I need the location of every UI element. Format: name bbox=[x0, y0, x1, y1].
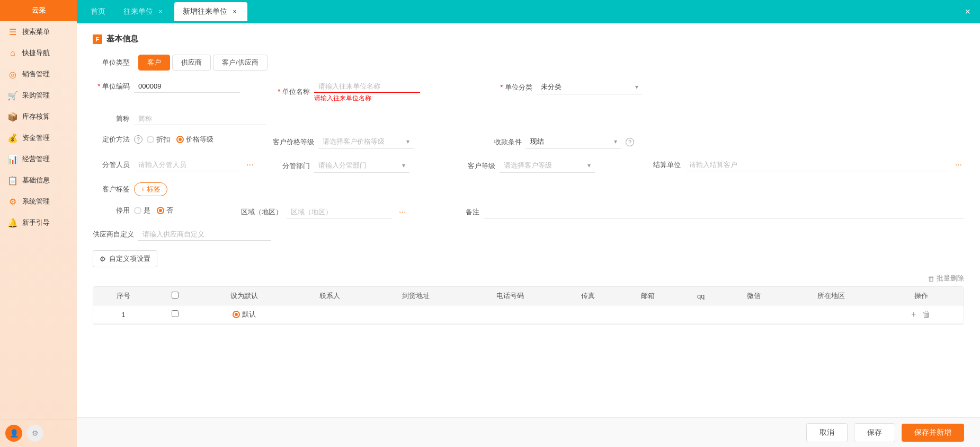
tab-home[interactable]: 首页 bbox=[82, 2, 114, 21]
row-default-label: 默认 bbox=[242, 310, 256, 319]
settlement-input[interactable] bbox=[685, 159, 949, 171]
type-btn-both[interactable]: 客户/供应商 bbox=[213, 55, 268, 71]
payment-terms-help-icon[interactable]: ? bbox=[626, 138, 634, 146]
add-tag-button[interactable]: + 标签 bbox=[134, 182, 167, 196]
sidebar-item-search[interactable]: ☰ 搜索菜单 bbox=[0, 21, 77, 42]
department-select[interactable]: 请输入分管部门 ▾ bbox=[314, 159, 409, 173]
save-new-button[interactable]: 保存并新增 bbox=[902, 424, 964, 442]
manager-group: 分管人员 ··· bbox=[93, 159, 273, 171]
customer-level-select[interactable]: 请选择客户等级 ▾ bbox=[500, 159, 595, 173]
sidebar-item-quick-nav[interactable]: ⌂ 快捷导航 bbox=[0, 42, 77, 64]
supplier-custom-input[interactable] bbox=[138, 228, 271, 241]
pricing-discount-option[interactable]: 折扣 bbox=[147, 135, 170, 144]
section-icon: F bbox=[93, 34, 102, 44]
payment-terms-label: 收款条件 bbox=[485, 137, 522, 147]
pricing-level-option[interactable]: 价格等级 bbox=[176, 135, 213, 144]
disable-yes-option[interactable]: 是 bbox=[134, 206, 150, 215]
unit-type-row: 单位类型 客户 供应商 客户/供应商 bbox=[93, 55, 964, 71]
th-wechat: 微信 bbox=[724, 287, 784, 305]
sidebar-item-finance[interactable]: 💰 资金管理 bbox=[0, 127, 77, 148]
disable-no-label: 否 bbox=[166, 206, 173, 215]
notes-label: 备注 bbox=[442, 207, 479, 217]
row-address bbox=[369, 305, 463, 324]
row-wechat bbox=[724, 305, 784, 324]
disable-label: 停用 bbox=[93, 206, 130, 215]
basic-icon: 📋 bbox=[7, 175, 18, 186]
sidebar-item-guide[interactable]: 🔔 新手引导 bbox=[0, 212, 77, 233]
sidebar-settings-icon[interactable]: ⚙ bbox=[26, 425, 43, 442]
supplier-custom-row: 供应商自定义 bbox=[93, 228, 964, 241]
supplier-custom-group: 供应商自定义 bbox=[93, 228, 964, 241]
row-delete-button[interactable]: 🗑 bbox=[920, 310, 933, 319]
sidebar-item-label: 基础信息 bbox=[22, 176, 50, 185]
gear-icon: ⚙ bbox=[100, 255, 106, 263]
system-icon: ⚙ bbox=[7, 196, 18, 207]
payment-terms-value: 现结 bbox=[530, 137, 612, 146]
row-default-cell: 默认 bbox=[197, 305, 291, 324]
content-area: F 基本信息 单位类型 客户 供应商 客户/供应商 单位编码 单位名称 bbox=[77, 23, 980, 417]
row-checkbox[interactable] bbox=[172, 310, 179, 317]
bottom-bar: 取消 保存 保存并新增 bbox=[77, 417, 980, 447]
sidebar-item-inventory[interactable]: 📦 库存核算 bbox=[0, 106, 77, 127]
disable-yes-label: 是 bbox=[144, 206, 150, 215]
row-fax bbox=[558, 305, 618, 324]
cancel-button[interactable]: 取消 bbox=[806, 423, 848, 442]
batch-delete-icon: 🗑 bbox=[928, 275, 934, 283]
sidebar-item-system[interactable]: ⚙ 系统管理 bbox=[0, 191, 77, 212]
purchase-icon: 🛒 bbox=[7, 90, 18, 101]
main-area: 首页 往来单位 × 新增往来单位 × × F 基本信息 单位类型 客户 供应商 bbox=[77, 0, 980, 447]
tags-label: 客户标签 bbox=[93, 185, 130, 194]
sidebar-item-purchase[interactable]: 🛒 采购管理 bbox=[0, 85, 77, 106]
save-button[interactable]: 保存 bbox=[854, 423, 895, 442]
th-checkbox bbox=[154, 287, 197, 305]
home-icon: ⌂ bbox=[7, 48, 18, 58]
disable-no-radio bbox=[157, 207, 164, 214]
table-row: 1 默认 bbox=[93, 305, 964, 324]
payment-terms-select[interactable]: 现结 ▾ bbox=[526, 135, 621, 149]
th-phone: 电话号码 bbox=[463, 287, 557, 305]
disable-no-option[interactable]: 否 bbox=[157, 206, 173, 215]
search-icon: ☰ bbox=[7, 27, 18, 37]
sidebar-item-label: 库存核算 bbox=[22, 112, 50, 121]
abbreviation-input[interactable] bbox=[134, 112, 266, 125]
unit-type-label: 单位类型 bbox=[93, 58, 130, 67]
custom-settings-button[interactable]: ⚙ 自定义项设置 bbox=[93, 250, 157, 267]
unit-code-label: 单位编码 bbox=[93, 82, 130, 91]
region-input[interactable] bbox=[287, 206, 393, 218]
sidebar-item-operations[interactable]: 📊 经营管理 bbox=[0, 148, 77, 170]
pricing-level-label: 价格等级 bbox=[186, 135, 213, 144]
manager-dots-button[interactable]: ··· bbox=[244, 160, 255, 170]
global-close-button[interactable]: × bbox=[960, 6, 975, 17]
tab-new-partner-close[interactable]: × bbox=[230, 7, 239, 16]
pricing-help-icon[interactable]: ? bbox=[134, 135, 142, 144]
region-dots-button[interactable]: ··· bbox=[397, 207, 408, 217]
select-all-checkbox[interactable] bbox=[172, 292, 179, 299]
settlement-dots-button[interactable]: ··· bbox=[953, 160, 964, 170]
customer-price-level-value: 请选择客户价格等级 bbox=[323, 137, 404, 146]
tab-new-partner[interactable]: 新增往来单位 × bbox=[174, 2, 247, 21]
inventory-icon: 📦 bbox=[7, 111, 18, 122]
settlement-group: 结算单位 ··· bbox=[644, 159, 964, 171]
sidebar-item-label: 系统管理 bbox=[22, 197, 50, 206]
row-add-button[interactable]: + bbox=[909, 310, 918, 319]
unit-type-group: 单位类型 客户 供应商 客户/供应商 bbox=[93, 55, 964, 71]
manager-input[interactable] bbox=[134, 159, 240, 171]
batch-delete-button[interactable]: 🗑 批量删除 bbox=[928, 274, 964, 283]
type-btn-customer[interactable]: 客户 bbox=[138, 55, 170, 71]
unit-category-value: 未分类 bbox=[541, 82, 633, 92]
tab-partners[interactable]: 往来单位 × bbox=[115, 2, 173, 21]
disable-group: 停用 是 否 bbox=[93, 206, 241, 215]
th-qq: qq bbox=[678, 287, 723, 305]
tab-partners-close[interactable]: × bbox=[156, 7, 165, 16]
unit-category-select[interactable]: 未分类 ▾ bbox=[537, 80, 643, 94]
unit-code-input[interactable] bbox=[134, 80, 240, 93]
department-value: 请输入分管部门 bbox=[318, 161, 400, 170]
sidebar-user-icon[interactable]: 👤 bbox=[5, 425, 22, 442]
notes-input[interactable] bbox=[484, 206, 964, 218]
row-default-radio-label[interactable]: 默认 bbox=[202, 310, 286, 319]
sidebar-item-basic[interactable]: 📋 基础信息 bbox=[0, 170, 77, 191]
sidebar-item-sales[interactable]: ◎ 销售管理 bbox=[0, 64, 77, 85]
customer-price-level-select[interactable]: 请选择客户价格等级 ▾ bbox=[318, 135, 414, 149]
type-btn-supplier[interactable]: 供应商 bbox=[172, 55, 211, 71]
unit-name-input[interactable] bbox=[314, 80, 420, 93]
